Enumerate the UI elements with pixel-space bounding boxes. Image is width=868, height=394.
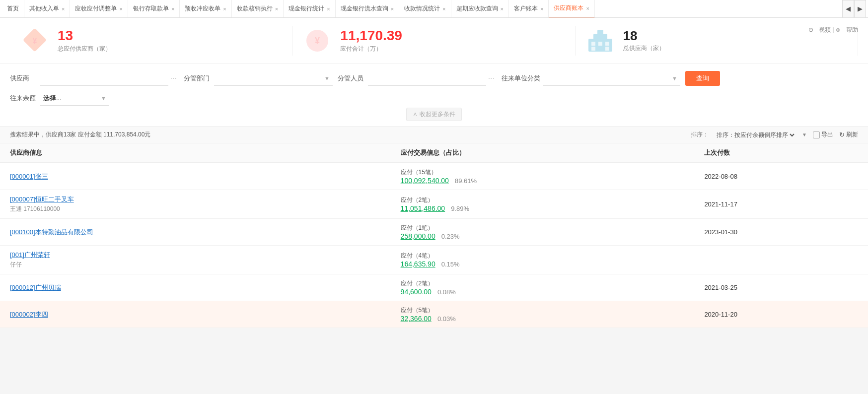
nav-tab-3-label: 银行存取款单 [133,4,169,13]
tx-info-cell: 应付（5笔）32,366.000.03% [391,301,695,328]
results-summary-text: 搜索结果中，供应商13家 应付金额 111,703,854.00元 [10,131,691,139]
tx-count: （1笔） [413,224,434,231]
dept-select[interactable] [214,71,333,86]
nav-tab-1[interactable]: 其他收入单 × [24,0,70,18]
tx-amount[interactable]: 100,092,540.00 [401,177,449,185]
svg-rect-6 [598,42,602,46]
supplier-link[interactable]: [000012]广州贝瑞 [10,284,61,291]
category-select-wrapper: ▼ [543,71,680,86]
nav-tab-5-close[interactable]: × [275,6,278,12]
summary-label-2: 应付合计（万） [340,45,402,53]
nav-tab-8-close[interactable]: × [442,6,445,12]
svg-text:¥: ¥ [33,37,37,45]
svg-rect-8 [591,47,595,51]
export-button[interactable]: 导出 [813,131,833,139]
tx-count: （15笔） [413,169,437,176]
nav-tab-10-close[interactable]: × [540,6,543,12]
summary-number-3: 18 [623,29,665,43]
nav-prev-button[interactable]: ◀ [842,0,854,18]
suppliers-due-icon: ¥ [20,26,50,56]
export-icon [813,131,820,138]
summary-links: ⊙ 视频 | ⊙ 帮助 [808,26,858,34]
tx-percent: 0.08% [437,288,456,296]
tx-label-row: 应付（1笔） [401,224,685,232]
supplier-filter: 供应商 ··· [10,71,179,86]
nav-tab-11-close[interactable]: × [586,5,589,11]
filter-row-1: 供应商 ··· 分管部门 ▼ 分管人员 ··· 往来单位分类 [10,71,858,86]
nav-tab-7[interactable]: 现金银行流水查询 × [336,0,399,18]
tx-label-row: 应付（15笔） [401,168,685,177]
supplier-link[interactable]: [000007]恒旺二手叉车 [10,196,74,203]
svg-rect-9 [605,47,609,51]
person-dots-icon[interactable]: ··· [486,74,497,83]
nav-tab-11[interactable]: 供应商账本 × [549,0,594,18]
tx-amount[interactable]: 258,000.00 [401,232,435,240]
nav-tab-5[interactable]: 收款核销执行 × [232,0,284,18]
nav-tab-9-close[interactable]: × [501,6,504,12]
supplier-link[interactable]: [000002]李四 [10,311,48,318]
supplier-link[interactable]: [000001]张三 [10,173,48,180]
filter-row-2: 往来余额 选择... ▼ [10,91,858,106]
nav-tab-6[interactable]: 现金银行统计 × [284,0,335,18]
col-header-tx: 应付交易信息（占比） [391,143,695,163]
svg-rect-5 [591,42,595,46]
tx-percent: 0.03% [437,315,456,323]
nav-tab-4-label: 预收冲应收单 [185,4,220,13]
nav-tab-8[interactable]: 收款情况统计 × [399,0,451,18]
tx-type-label: 应付 [401,169,413,176]
summary-content-1: 13 总应付供应商（家） [58,28,111,53]
nav-tab-1-close[interactable]: × [62,6,65,12]
tx-count: （5笔） [413,307,434,314]
help-link[interactable]: 帮助 [846,26,858,33]
tx-percent: 0.15% [441,261,460,268]
total-supplier-icon [585,26,615,56]
tx-amount[interactable]: 32,366.00 [401,315,432,323]
sort-select[interactable]: 排序：按应付余额倒序排序 [715,131,796,139]
nav-tab-9[interactable]: 超期应收款查询 × [451,0,509,18]
nav-tab-8-label: 收款情况统计 [404,4,440,13]
nav-tab-3[interactable]: 银行存取款单 × [128,0,180,18]
nav-tab-4[interactable]: 预收冲应收单 × [180,0,231,18]
person-input[interactable] [368,71,486,86]
nav-tab-3-close[interactable]: × [171,6,174,12]
nav-tab-4-close[interactable]: × [223,6,226,12]
balance-label: 往来余额 [10,94,37,103]
supplier-input[interactable] [40,71,168,86]
supplier-dots-icon[interactable]: ··· [168,74,179,83]
table-row: [000100]本特勤油品有限公司应付（1笔）258,000.000.23%20… [0,219,868,246]
tx-label-row: 应付（2笔） [401,196,685,204]
tx-count: （2笔） [413,280,434,287]
nav-next-button[interactable]: ▶ [854,0,866,18]
video-link[interactable]: 视频 [819,26,831,33]
nav-tab-10[interactable]: 客户账本 × [509,0,549,18]
collapse-button[interactable]: ∧ 收起更多条件 [406,108,461,121]
table-row: [001]广州荣轩仔仔应付（4笔）164,635.900.15% [0,246,868,274]
nav-tab-7-close[interactable]: × [391,6,394,12]
supplier-link[interactable]: [000100]本特勤油品有限公司 [10,228,93,236]
question-icon: ⊙ [836,26,841,33]
tx-amount[interactable]: 164,635.90 [401,260,435,268]
category-filter: 往来单位分类 ▼ [502,71,680,86]
supplier-info-cell: [000002]李四 [0,301,391,328]
col-header-supplier: 供应商信息 [0,143,391,163]
search-button[interactable]: 查询 [685,71,720,86]
export-label: 导出 [821,131,833,139]
nav-tab-6-close[interactable]: × [327,6,330,12]
nav-tab-2[interactable]: 应收应付调整单 × [70,0,128,18]
supplier-label: 供应商 [10,74,37,83]
supplier-link[interactable]: [001]广州荣轩 [10,251,50,259]
summary-item-payable: ¥ 11,170.39 应付合计（万） [292,26,575,56]
refresh-button[interactable]: ↻ 刷新 [839,131,858,139]
balance-select[interactable]: 选择... [40,91,109,106]
summary-label-3: 总供应商（家） [623,44,665,53]
category-select[interactable] [543,71,680,86]
circle-icon: ⊙ [808,26,813,33]
tx-amount[interactable]: 94,600.00 [401,288,432,296]
tx-amount[interactable]: 11,051,486.00 [401,204,445,212]
summary-content-2: 11,170.39 应付合计（万） [340,28,402,53]
nav-tab-2-close[interactable]: × [119,6,122,12]
nav-tab-home[interactable]: 首页 [2,0,24,18]
results-bar: 搜索结果中，供应商13家 应付金额 111,703,854.00元 排序： 排序… [0,127,868,143]
supplier-info-cell: [000007]恒旺二手叉车王通 17106110000 [0,190,391,219]
tx-count: （2笔） [413,197,434,203]
